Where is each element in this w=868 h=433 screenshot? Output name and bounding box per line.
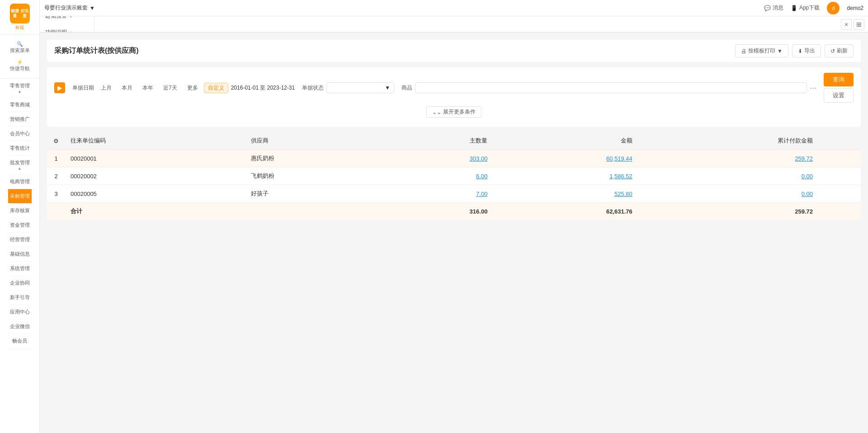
search-icon: 🔍 — [17, 41, 23, 47]
cell-paid-1[interactable]: 259.72 — [638, 150, 818, 167]
search-menu-label: 搜索菜单 — [10, 47, 30, 54]
filter-status-select[interactable]: ▼ — [326, 82, 394, 93]
cell-amount-2[interactable]: 1,586.52 — [493, 167, 637, 185]
sidebar-item-member[interactable]: 会员中心 — [8, 127, 32, 141]
page-actions: 🖨 按模板打印 ▼ ⬇ 导出 ↺ 刷新 — [735, 44, 854, 57]
tab-list: 首页收发存汇总表×要货单统计表×可用量库存账本×保质期查询×超储预警×功能说明×… — [40, 16, 94, 33]
col-amount-header: 金额 — [493, 132, 637, 150]
nav-label-finance: 资金管理 — [10, 222, 30, 228]
tab-overstock-warning[interactable]: 超储预警× — [40, 16, 94, 24]
sidebar-item-wechat[interactable]: 企业微信 — [8, 319, 32, 334]
date-custom-tag[interactable]: 自定义 — [204, 83, 228, 93]
footer-label: 合计 — [65, 203, 245, 220]
col-paid-header: 累计付款金额 — [638, 132, 818, 150]
expand-more-btn[interactable]: ⌄⌄ 展开更多条件 — [426, 106, 481, 118]
col-supplier-header: 供应商 — [245, 132, 380, 150]
nav-label-member: 会员中心 — [10, 130, 30, 137]
sidebar-shortcut[interactable]: ⚡ 快捷导航 — [2, 57, 38, 75]
filter-date-options: 上月 本月 本年 近7天 更多 自定义 — [97, 83, 228, 93]
cell-extra-1 — [818, 150, 861, 167]
filter-date-item: 单据日期 上月 本月 本年 近7天 更多 自定义 2016-01-01 至 20… — [72, 83, 295, 93]
sidebar-item-vip[interactable]: 畅会员 — [8, 334, 32, 348]
user-avatar[interactable]: d — [827, 2, 840, 14]
filter-date-label: 单据日期 — [72, 84, 94, 92]
sidebar-search-menu[interactable]: 🔍 搜索菜单 — [2, 38, 38, 57]
sidebar-item-finance[interactable]: 资金管理 — [8, 218, 32, 233]
cell-qty-2[interactable]: 6.00 — [380, 167, 493, 185]
app-logo-icon: 畅捷通 好生意 — [10, 4, 30, 24]
tab-close-overstock-warning[interactable]: × — [70, 16, 72, 19]
sidebar-item-retail-shop[interactable]: 零售商城 — [8, 98, 32, 112]
logo-text-line2: 好生意 — [20, 9, 30, 19]
date-btn-7days[interactable]: 近7天 — [159, 83, 181, 93]
sidebar-item-retail[interactable]: 零售管理▲ — [8, 79, 32, 98]
sidebar-item-collab[interactable]: 企业协同 — [8, 276, 32, 290]
nav-label-newbie: 新手引导 — [10, 294, 30, 301]
topbar-account-dropdown[interactable]: 母婴行业演示账套 ▼ — [44, 4, 95, 12]
table-settings-icon[interactable]: ⚙ — [53, 138, 59, 144]
table-body: 1 00020001 惠氏奶粉 303.00 60,519.44 259.72 … — [47, 150, 861, 203]
table-header-row: ⚙ 往来单位编码 供应商 主数量 金额 累计付款金额 — [47, 132, 861, 150]
sidebar-item-system[interactable]: 系统管理 — [8, 262, 32, 276]
cell-paid-2[interactable]: 0.00 — [638, 167, 818, 185]
nav-label-collab: 企业协同 — [10, 280, 30, 286]
filter-goods-more[interactable]: ··· — [810, 83, 816, 93]
sidebar-item-ecommerce[interactable]: 电商管理 — [8, 175, 32, 189]
table-row: 2 00020002 飞鹤奶粉 6.00 1,586.52 0.00 — [47, 167, 861, 185]
cell-amount-1[interactable]: 60,519.44 — [493, 150, 637, 167]
filter-goods-input[interactable] — [415, 82, 807, 93]
sidebar-item-marketing[interactable]: 营销推广 — [8, 112, 32, 127]
cell-qty-3[interactable]: 7.00 — [380, 185, 493, 203]
sidebar-search-section: 🔍 搜索菜单 ⚡ 快捷导航 — [0, 35, 39, 79]
print-dropdown-arrow: ▼ — [777, 48, 783, 54]
print-button[interactable]: 🖨 按模板打印 ▼ — [735, 44, 788, 57]
sidebar-item-appstore[interactable]: 应用中心 — [8, 305, 32, 319]
col-extra-header — [818, 132, 861, 150]
date-btn-this-year[interactable]: 本年 — [138, 83, 157, 93]
tab-function-desc[interactable]: 功能说明× — [40, 24, 94, 33]
query-button[interactable]: 查询 — [824, 73, 854, 86]
sidebar-item-operation[interactable]: 经营管理 — [8, 233, 32, 247]
nav-arrow-wholesale: ▲ — [18, 166, 22, 171]
sidebar-item-inventory[interactable]: 库存核算 — [8, 204, 32, 218]
filter-toggle-btn[interactable]: ▶ — [54, 82, 65, 93]
topbar-message[interactable]: 💬 消息 — [764, 4, 783, 12]
date-btn-last-month[interactable]: 上月 — [97, 83, 116, 93]
nav-label-marketing: 营销推广 — [10, 116, 30, 123]
filter-date-range: 2016-01-01 至 2023-12-31 — [231, 84, 295, 92]
cell-extra-3 — [818, 185, 861, 203]
logo-label: 标版 — [15, 24, 24, 31]
cell-qty-1[interactable]: 303.00 — [380, 150, 493, 167]
sidebar-item-basic[interactable]: 基础信息 — [8, 247, 32, 262]
user-name[interactable]: demo2 — [847, 5, 863, 11]
tabbar-expand-btn[interactable]: ⊞ — [854, 19, 864, 30]
date-btn-this-month[interactable]: 本月 — [118, 83, 137, 93]
footer-amount: 62,631.76 — [493, 203, 637, 220]
sidebar-item-newbie[interactable]: 新手引导 — [8, 290, 32, 305]
footer-qty: 316.00 — [380, 203, 493, 220]
refresh-label: 刷新 — [837, 47, 848, 55]
tabbar-end: × ⊞ — [837, 19, 868, 30]
nav-label-ecommerce: 电商管理 — [10, 178, 30, 185]
tabbar-close-btn[interactable]: × — [841, 19, 852, 30]
filter-toggle-icon: ▶ — [57, 84, 62, 91]
sidebar-item-purchase[interactable]: 采购管理 — [8, 189, 32, 204]
refresh-button[interactable]: ↺ 刷新 — [825, 44, 854, 57]
settings-button[interactable]: 设置 — [824, 88, 854, 103]
cell-paid-3[interactable]: 0.00 — [638, 185, 818, 203]
footer-empty-2 — [245, 203, 380, 220]
cell-amount-3[interactable]: 525.80 — [493, 185, 637, 203]
page-header: 采购订单统计表(按供应商) 🖨 按模板打印 ▼ ⬇ 导出 ↺ 刷新 — [47, 40, 861, 62]
sidebar-item-wholesale[interactable]: 批发管理▲ — [8, 156, 32, 175]
col-code-header: 往来单位编码 — [65, 132, 245, 150]
filter-expand-row: ⌄⌄ 展开更多条件 — [54, 103, 854, 121]
export-button[interactable]: ⬇ 导出 — [792, 44, 821, 57]
nav-label-retail-shop: 零售商城 — [10, 101, 30, 108]
date-btn-more[interactable]: 更多 — [183, 83, 202, 93]
nav-label-system: 系统管理 — [10, 265, 30, 272]
col-settings-header[interactable]: ⚙ — [47, 132, 65, 150]
topbar-app-download[interactable]: 📱 App下载 — [791, 4, 820, 12]
footer-empty-1 — [47, 203, 65, 220]
sidebar-item-retail-stat[interactable]: 零售统计 — [8, 141, 32, 156]
filter-status-arrow: ▼ — [385, 85, 390, 91]
